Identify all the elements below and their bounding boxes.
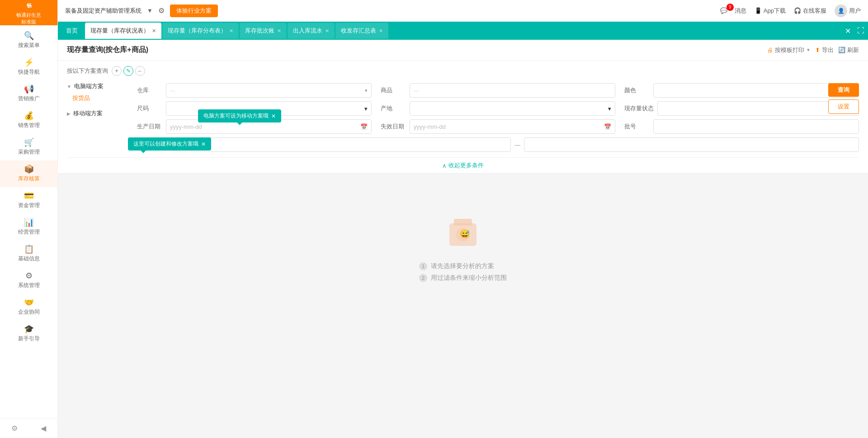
user-avatar: 👤 <box>835 5 847 17</box>
tab-close-inventory-batch[interactable]: ✕ <box>277 28 281 34</box>
industry-solution-button[interactable]: 体验行业方案 <box>170 5 218 17</box>
sidebar-item-inventory[interactable]: 📦 库存核算 <box>0 160 57 187</box>
filter-color: 颜色 ▾ <box>624 83 859 98</box>
expiry-date-input[interactable]: yyyy-mm-dd 📅 <box>410 119 615 134</box>
brand-name: 畅通好生意 <box>16 12 41 19</box>
tooltip-pc-close[interactable]: ✕ <box>271 113 276 119</box>
edit-scheme-button[interactable]: ✎ <box>123 66 133 76</box>
message-button[interactable]: 💬 9 消息 <box>720 7 746 15</box>
tab-fullscreen-icon[interactable]: ⛶ <box>855 26 866 36</box>
scheme-mobile-arrow: ▶ <box>67 111 71 116</box>
header-left: 装备及固定资产辅助管理系统 ▼ ⚙ 体验行业方案 <box>65 5 218 17</box>
tab-inventory-batch[interactable]: 库存批次账 ✕ <box>240 23 287 39</box>
sidebar-item-marketing[interactable]: 📢 营销推广 <box>0 80 57 107</box>
empty-tip-2: 2 用过滤条件来缩小分析范围 <box>419 274 507 282</box>
search-button[interactable]: 查询 <box>828 83 859 97</box>
tooltip-scheme-close[interactable]: ✕ <box>201 141 206 147</box>
sidebar-item-label: 采购管理 <box>18 148 40 156</box>
empty-state: 😅 1 请先选择要分析的方案 2 用过滤条件来缩小分析范围 <box>58 174 868 318</box>
size-label: 尺码 <box>137 104 162 113</box>
sidebar-item-system[interactable]: ⚙ 系统管理 <box>0 267 57 294</box>
inventory-min-input[interactable] <box>176 137 511 152</box>
scheme-item-goods[interactable]: 按货品 <box>72 92 130 104</box>
search-menu-icon: 🔍 <box>24 32 34 40</box>
settings-icon[interactable]: ⚙ <box>9 422 19 434</box>
tab-received-summary[interactable]: 收发存汇总表 ✕ <box>335 23 388 39</box>
header: 装备及固定资产辅助管理系统 ▼ ⚙ 体验行业方案 💬 9 消息 📱 App下载 … <box>58 0 868 22</box>
svg-text:😅: 😅 <box>460 229 470 239</box>
inventory-max-input[interactable] <box>524 137 859 152</box>
empty-tips: 1 请先选择要分析的方案 2 用过滤条件来缩小分析范围 <box>419 262 507 282</box>
sidebar-item-label: 系统管理 <box>18 282 40 289</box>
page-header: 现存量查询(按仓库+商品) 🖨 按模板打印 ▼ ⬆ 导出 🔄 刷新 <box>58 40 868 61</box>
scheme-pc-label: 电脑端方案 <box>74 82 104 90</box>
main-area: 装备及固定资产辅助管理系统 ▼ ⚙ 体验行业方案 💬 9 消息 📱 App下载 … <box>58 0 868 438</box>
print-icon: 🖨 <box>767 47 773 53</box>
origin-select[interactable]: ▾ <box>410 101 615 116</box>
tab-close-inventory-status[interactable]: ✕ <box>152 28 156 34</box>
sidebar-nav: 🔍 搜索菜单 ⚡ 快捷导航 📢 营销推广 💰 销售管理 🛒 采购管理 📦 库存核… <box>0 25 57 418</box>
tab-home[interactable]: 首页 <box>60 23 84 39</box>
tab-in-out-flow[interactable]: 出入库流水 ✕ <box>288 23 335 39</box>
sidebar-item-purchase[interactable]: 🛒 采购管理 <box>0 134 57 160</box>
user-menu-button[interactable]: 👤 用户 <box>835 5 861 17</box>
warehouse-dots: ··· <box>170 87 175 94</box>
print-button[interactable]: 🖨 按模板打印 ▼ <box>767 46 811 54</box>
tab-close-in-out-flow[interactable]: ✕ <box>325 28 329 34</box>
sidebar-item-guide[interactable]: 🎓 新手引导 <box>0 320 57 347</box>
batch-label: 批号 <box>624 122 650 131</box>
system-dropdown-icon[interactable]: ▼ <box>147 7 153 14</box>
svg-text:畅: 畅 <box>26 3 31 8</box>
sidebar-item-quick-nav[interactable]: ⚡ 快捷导航 <box>0 54 57 80</box>
user-avatar-initial: 👤 <box>838 8 844 14</box>
goods-select[interactable]: ··· <box>410 83 615 98</box>
cooperation-icon: 🤝 <box>24 298 34 306</box>
filter-area: 按以下方案查询 + ✎ ← 电脑方案可设为移动方案哦 ✕ 这里可以创建和修改方案… <box>58 61 868 174</box>
sidebar-item-operations[interactable]: 📊 经营管理 <box>0 214 57 240</box>
header-right: 💬 9 消息 📱 App下载 🎧 在线客服 👤 用户 <box>720 5 861 17</box>
guide-icon: 🎓 <box>24 325 34 333</box>
sidebar-item-finance[interactable]: 💳 资金管理 <box>0 187 57 214</box>
tooltip-scheme-text: 这里可以创建和修改方案哦 <box>133 140 198 148</box>
scheme-mobile-label: 移动端方案 <box>73 109 103 118</box>
back-scheme-button[interactable]: ← <box>135 66 145 76</box>
production-date-calendar-icon[interactable]: 📅 <box>360 123 368 130</box>
tab-close-received-summary[interactable]: ✕ <box>379 28 383 34</box>
size-chevron: ▾ <box>364 105 368 112</box>
warehouse-select[interactable]: ··· ▾ <box>166 83 372 98</box>
collapse-sidebar-icon[interactable]: ◀ <box>39 422 48 434</box>
page-actions: 🖨 按模板打印 ▼ ⬆ 导出 🔄 刷新 <box>767 46 859 54</box>
inventory-status-label: 现存量状态 <box>624 104 654 113</box>
filter-header: 按以下方案查询 + ✎ ← <box>67 66 859 76</box>
export-icon: ⬆ <box>815 47 820 53</box>
sidebar-footer: ⚙ ◀ <box>0 418 57 438</box>
filter-label: 按以下方案查询 <box>67 67 108 75</box>
expiry-date-label: 失效日期 <box>381 122 406 131</box>
sidebar-item-sales[interactable]: 💰 销售管理 <box>0 107 57 134</box>
export-button[interactable]: ⬆ 导出 <box>815 46 834 54</box>
tab-inventory-dist[interactable]: 现存量（库存分布表） ✕ <box>162 23 239 39</box>
finance-icon: 💳 <box>24 192 34 200</box>
sidebar-item-label: 快捷导航 <box>18 68 40 76</box>
color-label: 颜色 <box>624 86 650 94</box>
app-download-button[interactable]: 📱 App下载 <box>755 7 786 15</box>
tooltip-create-scheme: 这里可以创建和修改方案哦 ✕ <box>128 137 211 151</box>
sidebar-item-cooperation[interactable]: 🤝 企业协同 <box>0 294 57 320</box>
expiry-date-calendar-icon[interactable]: 📅 <box>604 123 611 130</box>
online-support-button[interactable]: 🎧 在线客服 <box>794 7 826 15</box>
sidebar-item-basic-info[interactable]: 📋 基础信息 <box>0 240 57 267</box>
quick-nav-icon: ⚡ <box>24 58 34 66</box>
sidebar-item-search-menu[interactable]: 🔍 搜索菜单 <box>0 27 57 54</box>
collapse-filter-bar[interactable]: ∧ 收起更多条件 <box>67 157 859 173</box>
add-scheme-button[interactable]: + <box>112 66 122 76</box>
tip-num-1: 1 <box>419 262 427 270</box>
tab-close-all-icon[interactable]: ✕ <box>843 26 853 36</box>
scheme-item-label: 按货品 <box>72 94 90 102</box>
page-title: 现存量查询(按仓库+商品) <box>67 45 148 55</box>
tab-close-inventory-dist[interactable]: ✕ <box>229 28 233 34</box>
batch-input[interactable] <box>653 119 859 134</box>
refresh-button[interactable]: 🔄 刷新 <box>838 46 859 54</box>
header-settings-icon[interactable]: ⚙ <box>158 6 165 15</box>
tab-inventory-status[interactable]: 现存量（库存状况表） ✕ <box>85 23 161 39</box>
set-button[interactable]: 设置 <box>828 99 859 114</box>
